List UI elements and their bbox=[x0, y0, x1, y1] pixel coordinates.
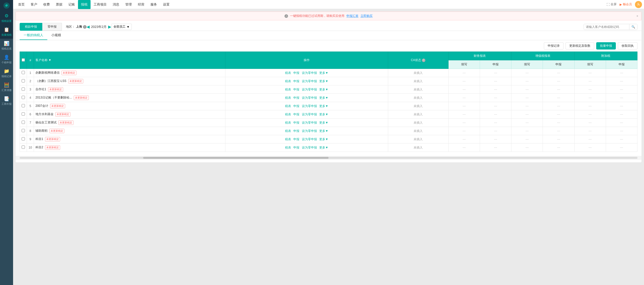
row-checkbox-9[interactable] bbox=[22, 146, 25, 149]
tab-small-scale[interactable]: 小规模 bbox=[47, 31, 65, 40]
date-next-button[interactable]: ▶ bbox=[108, 24, 111, 29]
search-button[interactable]: 🔍 bbox=[629, 24, 637, 30]
op-tax-form-4[interactable]: 税表 bbox=[285, 104, 291, 108]
op-more-6[interactable]: 更多▼ bbox=[319, 121, 328, 124]
region-info-icon[interactable]: i bbox=[83, 25, 87, 29]
op-declare-8[interactable]: 申报 bbox=[293, 137, 299, 141]
op-more-2[interactable]: 更多▼ bbox=[319, 88, 328, 91]
op-zero-5[interactable]: 设为零申报 bbox=[302, 113, 317, 116]
op-more-9[interactable]: 更多▼ bbox=[319, 146, 328, 149]
nav-client[interactable]: 客户 bbox=[28, 0, 40, 9]
op-zero-8[interactable]: 设为零申报 bbox=[302, 137, 317, 141]
sidebar-logo[interactable] bbox=[0, 0, 13, 11]
tab-tax-declaration[interactable]: 税款申报 bbox=[20, 23, 42, 31]
op-tax-form-3[interactable]: 税表 bbox=[285, 96, 291, 100]
fullscreen-button[interactable]: ⛶ 全屏 bbox=[607, 2, 617, 7]
nav-operation[interactable]: 经营 bbox=[135, 0, 147, 9]
op-zero-9[interactable]: 设为零申报 bbox=[302, 146, 317, 149]
tab-zero-declaration[interactable]: 零申报 bbox=[42, 23, 62, 31]
nav-tax[interactable]: 报税 bbox=[78, 0, 91, 9]
nav-home[interactable]: 首页 bbox=[15, 0, 28, 9]
collect-receipt-button[interactable]: 收取回执 bbox=[618, 42, 637, 50]
record-button[interactable]: 申报记录 bbox=[544, 42, 564, 50]
op-tax-form-2[interactable]: 税表 bbox=[285, 88, 291, 91]
row-checkbox-0[interactable] bbox=[22, 71, 25, 74]
op-declare-0[interactable]: 申报 bbox=[293, 71, 299, 75]
op-more-1[interactable]: 更多▼ bbox=[319, 79, 328, 83]
op-more-4[interactable]: 更多▼ bbox=[319, 104, 328, 108]
banner-link-buy[interactable]: 立即购买 bbox=[360, 14, 373, 18]
search-input[interactable] bbox=[584, 24, 629, 30]
nav-business[interactable]: 工商项目 bbox=[91, 0, 110, 9]
department-select[interactable]: 全部员工 ▼ bbox=[111, 24, 132, 30]
update-button[interactable]: 更新税定及取数 bbox=[566, 42, 594, 50]
row-checkbox-3[interactable] bbox=[22, 96, 25, 99]
sidebar-item-batch-tax[interactable]: 📋 批量报税 bbox=[0, 25, 13, 39]
nav-service[interactable]: 服务 bbox=[147, 0, 160, 9]
op-tax-form-0[interactable]: 税表 bbox=[285, 71, 291, 75]
op-declare-7[interactable]: 申报 bbox=[293, 129, 299, 133]
sidebar-item-tax-overview[interactable]: 📊 报税总览 bbox=[0, 39, 13, 53]
batch-declare-button[interactable]: 批量申报 bbox=[596, 42, 616, 50]
sidebar-item-personal-tax[interactable]: 👤 个税申报 bbox=[0, 53, 13, 66]
scrollbar-thumb[interactable] bbox=[143, 157, 329, 159]
nav-billing[interactable]: 收费 bbox=[40, 0, 53, 9]
row-checkbox-5[interactable] bbox=[22, 112, 25, 116]
row-checkbox-8[interactable] bbox=[22, 137, 25, 140]
op-tax-form-1[interactable]: 税表 bbox=[285, 79, 291, 83]
user-avatar[interactable]: 头 bbox=[635, 1, 642, 8]
row-checkbox-1[interactable] bbox=[22, 79, 25, 82]
op-tax-form-8[interactable]: 税表 bbox=[285, 137, 291, 141]
sidebar-item-annual-report[interactable]: 📑 工商年报 bbox=[0, 94, 13, 108]
upgrade-button[interactable]: ▶ 畅会员 bbox=[620, 2, 632, 7]
op-more-0[interactable]: 更多▼ bbox=[319, 71, 328, 75]
op-zero-1[interactable]: 设为零申报 bbox=[302, 79, 317, 83]
nav-manage[interactable]: 管理 bbox=[122, 0, 135, 9]
nav-bookkeeping[interactable]: 记账 bbox=[65, 0, 78, 9]
op-more-8[interactable]: 更多▼ bbox=[319, 137, 328, 141]
op-declare-6[interactable]: 申报 bbox=[293, 121, 299, 124]
tab-general-taxpayer[interactable]: 一般的纳税人 bbox=[20, 31, 47, 40]
op-zero-0[interactable]: 设为零申报 bbox=[302, 71, 317, 75]
row-checkbox-7[interactable] bbox=[22, 129, 25, 132]
op-zero-7[interactable]: 设为零申报 bbox=[302, 129, 317, 133]
op-declare-2[interactable]: 申报 bbox=[293, 88, 299, 91]
sidebar-item-calc-clear[interactable]: 🧮 汇算清缴 bbox=[0, 80, 13, 94]
op-more-5[interactable]: 更多▼ bbox=[319, 113, 328, 116]
banner-close-button[interactable]: × bbox=[636, 14, 638, 18]
op-tax-form-7[interactable]: 税表 bbox=[285, 129, 291, 133]
banner-link-sign[interactable]: 申报汇签 bbox=[346, 14, 358, 18]
sidebar-item-tax-records[interactable]: 📁 报税记录 bbox=[0, 66, 13, 80]
row-a2-7: — bbox=[606, 127, 637, 135]
scrollbar-track[interactable] bbox=[20, 157, 637, 159]
sort-icon[interactable]: ▼ bbox=[48, 58, 51, 62]
op-declare-5[interactable]: 申报 bbox=[293, 113, 299, 116]
nav-settings[interactable]: 设置 bbox=[160, 0, 173, 9]
row-checkbox-2[interactable] bbox=[22, 87, 25, 91]
op-declare-9[interactable]: 申报 bbox=[293, 146, 299, 149]
row-t1-9: — bbox=[511, 144, 543, 152]
op-declare-3[interactable]: 申报 bbox=[293, 96, 299, 100]
op-declare-1[interactable]: 申报 bbox=[293, 79, 299, 83]
select-all-checkbox[interactable] bbox=[22, 58, 25, 62]
op-zero-2[interactable]: 设为零申报 bbox=[302, 88, 317, 91]
nav-message[interactable]: 消息 bbox=[110, 0, 122, 9]
date-prev-button[interactable]: ◀ bbox=[87, 24, 90, 29]
nav-invoice[interactable]: 票据 bbox=[53, 0, 65, 9]
op-tax-form-6[interactable]: 税表 bbox=[285, 121, 291, 124]
op-tax-form-9[interactable]: 税表 bbox=[285, 146, 291, 149]
row-ca-6: 未插入 bbox=[388, 119, 448, 127]
op-declare-4[interactable]: 申报 bbox=[293, 104, 299, 108]
op-more-7[interactable]: 更多▼ bbox=[319, 129, 328, 133]
op-zero-4[interactable]: 设为零申报 bbox=[302, 104, 317, 108]
op-zero-6[interactable]: 设为零申报 bbox=[302, 121, 317, 124]
ca-info-icon[interactable]: C bbox=[422, 59, 425, 62]
row-operations-8: 税表 申报 设为零申报 更多▼ bbox=[225, 135, 388, 144]
sidebar-item-tax-settings[interactable]: ⚙ 报税设置 bbox=[0, 11, 13, 25]
op-more-3[interactable]: 更多▼ bbox=[319, 96, 328, 100]
op-tax-form-5[interactable]: 税表 bbox=[285, 113, 291, 116]
row-checkbox-6[interactable] bbox=[22, 121, 25, 124]
horizontal-scrollbar[interactable] bbox=[16, 156, 641, 160]
row-checkbox-4[interactable] bbox=[22, 104, 25, 107]
op-zero-3[interactable]: 设为零申报 bbox=[302, 96, 317, 100]
